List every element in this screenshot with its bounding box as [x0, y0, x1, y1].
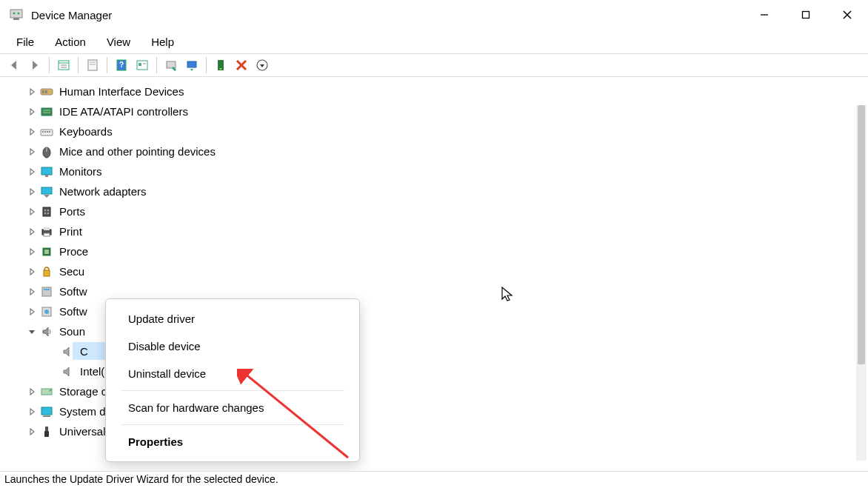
toolbar-back-button[interactable] — [4, 56, 24, 75]
status-text: Launches the Update Driver Wizard for th… — [4, 473, 278, 485]
ctx-uninstall-device[interactable]: Uninstall device — [106, 360, 359, 387]
toolbar-scan-hardware-button[interactable] — [161, 56, 181, 75]
network-icon — [39, 184, 55, 200]
svg-rect-18 — [138, 63, 141, 66]
close-button[interactable] — [827, 0, 868, 30]
chevron-right-icon[interactable] — [25, 405, 39, 418]
chevron-right-icon[interactable] — [25, 105, 39, 118]
svg-point-2 — [13, 13, 16, 15]
toolbar-forward-button[interactable] — [25, 56, 44, 75]
menu-file[interactable]: File — [6, 33, 44, 51]
chevron-right-icon[interactable] — [25, 265, 39, 278]
ctx-scan-hardware[interactable]: Scan for hardware changes — [106, 394, 359, 421]
menu-action[interactable]: Action — [44, 33, 96, 51]
toolbar-uninstall-device-button[interactable] — [232, 56, 251, 75]
app-icon — [9, 7, 24, 22]
chevron-right-icon — [46, 345, 59, 358]
tree-item-label: Mice and other pointing devices — [59, 145, 216, 158]
svg-rect-34 — [44, 131, 46, 133]
printer-icon — [39, 224, 55, 240]
tree-item[interactable]: Human Interface Devices — [25, 81, 868, 101]
ctx-properties[interactable]: Properties — [106, 428, 359, 455]
speaker-icon — [59, 364, 76, 380]
chevron-down-icon[interactable] — [25, 325, 39, 338]
chevron-right-icon[interactable] — [25, 165, 39, 178]
monitor-icon — [39, 164, 55, 180]
svg-rect-42 — [43, 207, 50, 216]
storage-icon — [39, 384, 55, 400]
svg-point-56 — [44, 310, 49, 314]
tree-item-label: C — [80, 345, 88, 358]
svg-rect-39 — [41, 167, 52, 175]
toolbar-separator — [49, 57, 50, 73]
tree-item-label: IDE ATA/ATAPI controllers — [59, 105, 188, 118]
svg-text:?: ? — [119, 61, 124, 69]
toolbar-properties-button[interactable] — [83, 56, 102, 75]
tree-item[interactable]: Print — [25, 221, 868, 241]
menu-help[interactable]: Help — [141, 33, 184, 51]
chevron-right-icon[interactable] — [25, 245, 39, 258]
cpu-icon — [39, 244, 55, 260]
chevron-right-icon[interactable] — [25, 425, 39, 438]
toolbar-update-driver-button[interactable] — [182, 56, 201, 75]
chevron-right-icon[interactable] — [25, 205, 39, 218]
toolbar-help-button[interactable]: ? — [112, 56, 131, 75]
svg-rect-60 — [45, 427, 48, 431]
toolbar-enable-device-button[interactable] — [211, 56, 230, 75]
software-icon — [39, 284, 55, 300]
tree-item[interactable]: Monitors — [25, 161, 868, 181]
toolbar: ? — [0, 53, 868, 77]
tree-item-label: Softw — [59, 305, 87, 318]
ctx-disable-device[interactable]: Disable device — [106, 332, 359, 360]
tree-item[interactable]: Secu — [25, 261, 868, 281]
tree-item[interactable]: Keyboards — [25, 121, 868, 141]
svg-rect-35 — [47, 131, 48, 133]
svg-rect-54 — [44, 289, 50, 290]
tree-item-label: Ports — [59, 205, 85, 218]
tree-item-label: Keyboards — [59, 125, 113, 138]
svg-rect-28 — [45, 90, 47, 93]
maximize-button[interactable] — [785, 0, 827, 30]
tree-item[interactable]: Network adapters — [25, 181, 868, 201]
svg-rect-58 — [41, 407, 52, 415]
chevron-right-icon[interactable] — [25, 185, 39, 198]
minimize-button[interactable] — [744, 0, 785, 30]
tree-item-label: Print — [59, 225, 82, 238]
tree-item-label: Softw — [59, 285, 87, 298]
svg-rect-27 — [42, 90, 44, 93]
chevron-right-icon[interactable] — [25, 285, 39, 298]
toolbar-action-properties-button[interactable] — [133, 56, 152, 75]
tree-item[interactable]: Proce — [25, 241, 868, 261]
tree-item-label: Secu — [59, 265, 84, 278]
svg-point-46 — [47, 213, 49, 214]
chevron-right-icon[interactable] — [25, 125, 39, 138]
toolbar-separator — [156, 57, 157, 73]
chevron-right-icon[interactable] — [25, 85, 39, 98]
menu-view[interactable]: View — [96, 33, 141, 51]
chevron-right-icon[interactable] — [25, 305, 39, 318]
ctx-update-driver[interactable]: Update driver — [106, 305, 359, 332]
toolbar-show-tree-button[interactable] — [54, 56, 73, 75]
svg-rect-48 — [44, 227, 50, 230]
tree-item[interactable]: IDE ATA/ATAPI controllers — [25, 101, 868, 121]
toolbar-add-legacy-button[interactable] — [253, 56, 272, 75]
svg-rect-0 — [10, 10, 22, 18]
tree-item-label: Monitors — [59, 165, 102, 178]
security-icon — [39, 264, 55, 280]
svg-rect-21 — [187, 61, 196, 67]
tree-pane: Human Interface DevicesIDE ATA/ATAPI con… — [0, 77, 868, 471]
scrollbar-thumb[interactable] — [858, 105, 865, 364]
tree-item[interactable]: Ports — [25, 201, 868, 221]
svg-rect-53 — [42, 287, 51, 296]
toolbar-separator — [107, 57, 107, 73]
chevron-right-icon[interactable] — [25, 145, 39, 158]
svg-point-44 — [47, 210, 49, 211]
tree-item[interactable]: Mice and other pointing devices — [25, 141, 868, 161]
titlebar: Device Manager — [0, 0, 868, 30]
chevron-right-icon[interactable] — [25, 225, 39, 238]
chevron-right-icon[interactable] — [25, 385, 39, 398]
vertical-scrollbar[interactable] — [856, 105, 867, 461]
tree-item-label: Human Interface Devices — [59, 85, 184, 98]
hid-icon — [39, 84, 55, 100]
svg-point-45 — [44, 213, 46, 214]
